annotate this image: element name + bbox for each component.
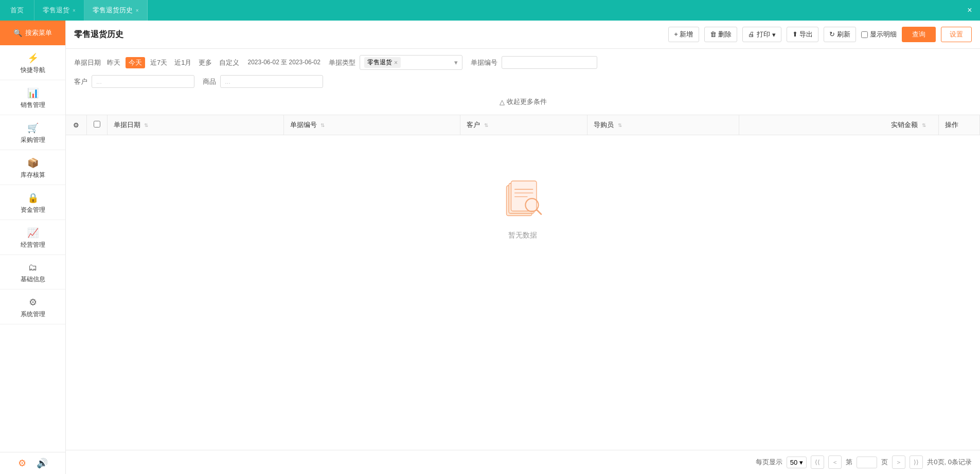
settings-icon[interactable]: ⚙: [18, 458, 26, 469]
date-range-display: 2023-06-02 至 2023-06-02: [247, 58, 320, 67]
new-button[interactable]: + 新增: [668, 27, 699, 42]
doc-type-tag: 零售退货 ×: [364, 57, 401, 68]
th-action: 操作: [939, 115, 980, 135]
refresh-button[interactable]: ↻ 刷新: [824, 27, 856, 42]
empty-state-cell: 暂无数据: [66, 135, 980, 282]
last-page-button[interactable]: ⟩⟩: [910, 455, 923, 469]
total-info: 共0页, 0条记录: [927, 458, 972, 467]
th-date[interactable]: 单据日期 ⇅: [107, 115, 283, 135]
date-options: 昨天 今天 近7天 近1月 更多 自定义: [105, 57, 241, 68]
customer-input[interactable]: ...: [92, 75, 194, 88]
prev-page-button[interactable]: ＜: [828, 455, 842, 469]
th-guide[interactable]: 导购员 ⇅: [587, 115, 739, 135]
select-all-checkbox[interactable]: [94, 121, 100, 127]
delete-button[interactable]: 🗑 删除: [704, 27, 738, 42]
empty-text: 暂无数据: [508, 231, 537, 240]
sidebar-footer: ⚙ 🔊: [0, 452, 65, 474]
th-settings[interactable]: ⚙: [66, 115, 86, 135]
table-body: 暂无数据: [66, 135, 980, 282]
collapse-label: 收起更多条件: [507, 97, 547, 106]
th-customer[interactable]: 客户 ⇅: [460, 115, 587, 135]
sidebar-item-label: 库存核算: [21, 171, 45, 179]
date-option-today[interactable]: 今天: [126, 57, 145, 68]
date-sort-icon: ⇅: [144, 122, 148, 128]
th-guide-label: 导购员: [594, 121, 614, 129]
sidebar-item-label: 资金管理: [21, 206, 45, 214]
doc-type-input[interactable]: 零售退货 × ▾: [360, 55, 462, 70]
pagination-bar: 每页显示 50 ▾ ⟨⟨ ＜ 第 1 页 ＞ ⟩⟩ 共0页, 0条记录: [66, 450, 980, 474]
sidebar-item-inventory[interactable]: 📦 库存核算: [0, 150, 65, 185]
date-option-custom[interactable]: 自定义: [217, 57, 241, 68]
sidebar-item-purchase[interactable]: 🛒 采购管理: [0, 115, 65, 150]
sidebar-item-label: 基础信息: [21, 275, 45, 284]
basic-icon: 🗂: [28, 262, 38, 273]
tab-retail-return-history-close[interactable]: ×: [136, 8, 139, 13]
export-button[interactable]: ⬆ 导出: [787, 27, 819, 42]
date-option-yesterday[interactable]: 昨天: [105, 57, 122, 68]
page-info-label: 第: [846, 458, 852, 467]
next-page-button[interactable]: ＞: [892, 455, 905, 469]
tab-retail-return-label: 零售退货: [43, 6, 69, 15]
show-detail-checkbox[interactable]: [861, 31, 868, 38]
sidebar-item-label: 快捷导航: [21, 66, 45, 75]
tab-retail-return[interactable]: 零售退货 ×: [34, 0, 84, 21]
th-action-label: 操作: [945, 121, 958, 129]
th-amount[interactable]: 实销金额 ⇅: [739, 115, 939, 135]
doc-type-dropdown-icon: ▾: [454, 59, 458, 66]
sidebar-item-basic[interactable]: 🗂 基础信息: [0, 255, 65, 289]
sidebar-item-finance[interactable]: 🔒 资金管理: [0, 185, 65, 220]
collapse-icon: △: [500, 98, 505, 106]
date-option-1month[interactable]: 近1月: [172, 57, 193, 68]
main-layout: 🔍 搜索菜单 ⚡ 快捷导航 📊 销售管理 🛒 采购管理 📦 库存核算 🔒: [0, 21, 980, 474]
sidebar-item-system[interactable]: ⚙ 系统管理: [0, 289, 65, 324]
sidebar-item-quick-nav[interactable]: ⚡ 快捷导航: [0, 45, 65, 80]
amount-sort-icon: ⇅: [922, 122, 926, 128]
filter-area: 单据日期 昨天 今天 近7天 近1月 更多 自定义 2023-06-02 至 2…: [66, 49, 980, 115]
volume-icon[interactable]: 🔊: [37, 458, 48, 469]
search-icon: 🔍: [13, 29, 22, 37]
first-page-button[interactable]: ⟨⟨: [811, 455, 824, 469]
collapse-button[interactable]: △ 收起更多条件: [493, 95, 553, 108]
print-button[interactable]: 🖨 打印 ▾: [742, 27, 781, 42]
page-size-value: 50: [790, 459, 797, 466]
tab-home[interactable]: 首页: [0, 0, 34, 21]
date-option-7days[interactable]: 近7天: [148, 57, 169, 68]
content-area: 零售退货历史 + 新增 🗑 删除 🖨 打印 ▾ ⬆ 导出 ↻ 刷新 显示明细 查…: [66, 21, 980, 474]
th-checkbox[interactable]: [86, 115, 107, 135]
sidebar-item-label: 系统管理: [21, 310, 45, 319]
empty-icon: [500, 176, 546, 223]
page-size-select[interactable]: 50 ▾: [787, 457, 807, 468]
sidebar-item-label: 经营管理: [21, 241, 45, 249]
empty-state: 暂无数据: [66, 135, 980, 281]
filter-doc-type: 单据类型 零售退货 × ▾: [329, 55, 462, 70]
page-title: 零售退货历史: [74, 29, 123, 40]
th-number-label: 单据编号: [290, 121, 317, 129]
doc-type-tag-remove[interactable]: ×: [394, 59, 398, 66]
tab-retail-return-close[interactable]: ×: [73, 8, 76, 13]
page-size-dropdown-icon: ▾: [799, 459, 803, 466]
inventory-icon: 📦: [27, 157, 39, 169]
sidebar-item-sales[interactable]: 📊 销售管理: [0, 80, 65, 115]
setting-button[interactable]: 设置: [941, 27, 972, 42]
sidebar-item-operation[interactable]: 📈 经营管理: [0, 220, 65, 255]
empty-state-row: 暂无数据: [66, 135, 980, 282]
tab-retail-return-history[interactable]: 零售退货历史 ×: [84, 0, 148, 21]
window-close-button[interactable]: ×: [959, 0, 980, 21]
tab-retail-return-history-label: 零售退货历史: [93, 6, 133, 15]
filter-row-1: 单据日期 昨天 今天 近7天 近1月 更多 自定义 2023-06-02 至 2…: [74, 55, 972, 70]
page-number-input[interactable]: 1: [857, 457, 877, 468]
th-number[interactable]: 单据编号 ⇅: [283, 115, 460, 135]
date-option-more[interactable]: 更多: [197, 57, 214, 68]
quick-nav-icon: ⚡: [27, 52, 39, 64]
goods-input[interactable]: ...: [220, 75, 323, 88]
sidebar-nav: ⚡ 快捷导航 📊 销售管理 🛒 采购管理 📦 库存核算 🔒 资金管理 📈: [0, 45, 65, 452]
tab-list: 首页 零售退货 × 零售退货历史 ×: [0, 0, 959, 21]
filter-customer: 客户 ...: [74, 75, 194, 88]
sidebar-item-label: 采购管理: [21, 136, 45, 144]
sidebar-search-button[interactable]: 🔍 搜索菜单: [0, 21, 65, 45]
query-button[interactable]: 查询: [902, 27, 936, 42]
empty-illustration: [500, 176, 546, 223]
number-sort-icon: ⇅: [320, 122, 325, 128]
doc-number-input[interactable]: [502, 56, 597, 69]
show-detail-checkbox-label[interactable]: 显示明细: [861, 30, 897, 39]
